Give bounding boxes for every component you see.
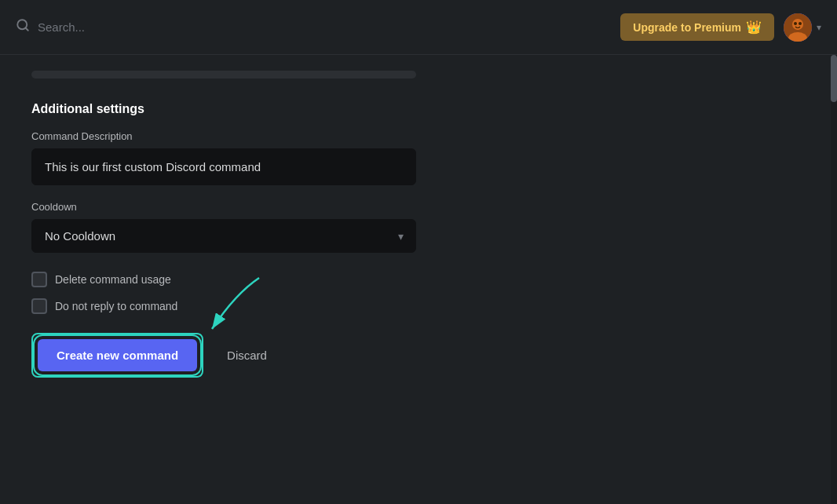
delete-command-row: Delete command usage: [31, 272, 837, 287]
create-button-label: Create new command: [57, 349, 178, 362]
chevron-down-icon: ▾: [817, 22, 821, 33]
no-reply-row: Do not reply to command: [31, 298, 837, 314]
buttons-row: Create new command Discard: [31, 333, 837, 378]
discard-button[interactable]: Discard: [213, 339, 281, 371]
discard-button-label: Discard: [227, 349, 267, 362]
avatar-wrapper[interactable]: ▾: [784, 13, 821, 42]
main-content: Additional settings Command Description …: [0, 63, 837, 504]
scrollbar-thumb[interactable]: [831, 55, 837, 102]
description-value: This is our first custom Discord command: [45, 160, 261, 173]
delete-command-checkbox[interactable]: [31, 272, 47, 287]
svg-point-5: [794, 22, 797, 25]
svg-line-1: [25, 27, 27, 30]
no-reply-label: Do not reply to command: [55, 300, 177, 312]
avatar: [784, 13, 812, 42]
avatar-image: [784, 13, 812, 42]
cooldown-select[interactable]: No Cooldown: [31, 219, 416, 253]
cooldown-label: Cooldown: [31, 201, 837, 213]
section-title: Additional settings: [31, 102, 837, 116]
create-button-highlight: Create new command: [31, 333, 203, 378]
upgrade-premium-button[interactable]: Upgrade to Premium 👑: [620, 13, 774, 41]
search-area: [16, 18, 195, 36]
svg-point-6: [799, 22, 802, 25]
scrollbar-track[interactable]: [831, 55, 837, 504]
search-icon: [16, 18, 30, 36]
crown-icon: 👑: [746, 20, 762, 35]
app-header: Upgrade to Premium 👑 ▾: [0, 0, 837, 55]
description-label: Command Description: [31, 130, 837, 142]
delete-command-label: Delete command usage: [55, 273, 171, 286]
description-field[interactable]: This is our first custom Discord command: [31, 148, 416, 185]
top-bar-indicator: [31, 71, 416, 79]
search-input[interactable]: [38, 20, 195, 34]
header-right: Upgrade to Premium 👑 ▾: [620, 13, 821, 42]
upgrade-label: Upgrade to Premium: [633, 21, 741, 34]
create-new-command-button[interactable]: Create new command: [38, 339, 197, 371]
cooldown-wrapper: No Cooldown ▾: [31, 219, 416, 253]
no-reply-checkbox[interactable]: [31, 298, 47, 314]
